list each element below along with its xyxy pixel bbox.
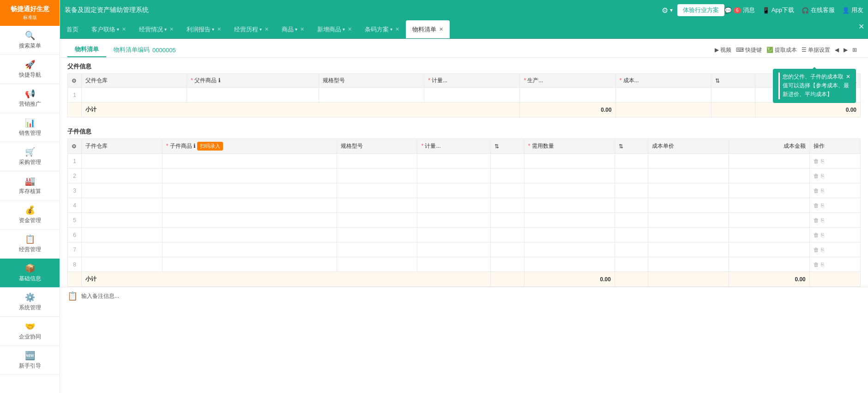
delete-icon-5[interactable]: 🗑 (814, 217, 819, 224)
child-cell-quantity-7[interactable] (524, 242, 615, 257)
sidebar-item-sales[interactable]: 📊销售管理 (0, 113, 60, 142)
child-cell-unit-6[interactable] (417, 228, 491, 242)
delete-icon-6[interactable]: 🗑 (814, 232, 819, 238)
child-cell-spec-4[interactable] (337, 198, 417, 213)
child-th-sort2[interactable]: ⇅ (615, 139, 648, 154)
child-cell-quantity-4[interactable] (524, 198, 615, 213)
child-cell-unit-5[interactable] (417, 213, 491, 228)
child-cell-spec-5[interactable] (337, 213, 417, 228)
nav-tab-close-operation[interactable]: ✕ (169, 26, 174, 32)
child-cell-spec-6[interactable] (337, 228, 417, 242)
delete-icon-1[interactable]: 🗑 (814, 158, 819, 164)
child-cell-goods-5[interactable] (162, 213, 337, 228)
parent-cell-goods-1[interactable] (187, 88, 319, 103)
sidebar-item-marketing[interactable]: 📢营销推广 (0, 84, 60, 113)
shortcut-item[interactable]: ⌨ 快捷键 (736, 46, 762, 54)
child-cell-warehouse-4[interactable] (82, 198, 163, 213)
nav-tab-close-new-goods[interactable]: ✕ (348, 26, 352, 32)
child-cell-unit-cost-5[interactable] (648, 213, 729, 228)
child-cell-spec-3[interactable] (337, 183, 417, 198)
child-th-settings[interactable]: ⚙ (68, 139, 82, 154)
user-item[interactable]: 👤 用友 (842, 6, 863, 14)
parent-th-settings[interactable]: ⚙ (68, 74, 82, 88)
subtab-bom-list[interactable]: 物料清单 (67, 42, 106, 57)
child-cell-action-4[interactable]: 🗑 ⎘ (809, 198, 860, 213)
child-cell-unit-cost-2[interactable] (648, 169, 729, 183)
extract-cost-item[interactable]: 💹 提取成本 (766, 46, 797, 54)
sidebar-item-purchase[interactable]: 🛒采购管理 (0, 142, 60, 171)
child-cell-action-5[interactable]: 🗑 ⎘ (809, 213, 860, 228)
copy-icon-6[interactable]: ⎘ (821, 232, 824, 238)
child-cell-warehouse-2[interactable] (82, 169, 163, 183)
parent-cell-production-1[interactable] (520, 88, 615, 103)
child-cell-goods-7[interactable] (162, 242, 337, 257)
child-cell-quantity-2[interactable] (524, 169, 615, 183)
online-service-item[interactable]: 🎧 在线客服 (802, 6, 835, 14)
child-cell-unit-7[interactable] (417, 242, 491, 257)
delete-icon-3[interactable]: 🗑 (814, 187, 819, 194)
nav-tab-close-customer[interactable]: ✕ (122, 26, 126, 32)
delete-icon-2[interactable]: 🗑 (814, 173, 819, 179)
child-cell-warehouse-5[interactable] (82, 213, 163, 228)
nav-tab-home[interactable]: 首页 (60, 20, 85, 39)
child-cell-unit-cost-8[interactable] (648, 257, 729, 272)
copy-icon-3[interactable]: ⎘ (821, 187, 824, 194)
nav-tab-customer[interactable]: 客户联络▾✕ (85, 20, 133, 39)
nav-tab-new-goods[interactable]: 新增商品▾✕ (311, 20, 358, 39)
sidebar-item-quick-nav[interactable]: 🚀快捷导航 (0, 55, 60, 84)
nav-tab-close-bom[interactable]: ✕ (439, 26, 443, 32)
parent-cell-cost-1[interactable] (615, 88, 711, 103)
child-cell-unit-3[interactable] (417, 183, 491, 198)
copy-icon-8[interactable]: ⎘ (821, 261, 824, 268)
child-cell-warehouse-3[interactable] (82, 183, 163, 198)
nav-tab-operation[interactable]: 经营情况▾✕ (133, 20, 180, 39)
parent-cell-warehouse-1[interactable] (82, 88, 187, 103)
child-cell-unit-cost-7[interactable] (648, 242, 729, 257)
scan-button[interactable]: 扫码录入 (197, 142, 223, 151)
child-cell-unit-cost-6[interactable] (648, 228, 729, 242)
nav-tab-history[interactable]: 经营历程▾✕ (228, 20, 275, 39)
child-th-sort[interactable]: ⇅ (491, 139, 524, 154)
child-cell-warehouse-7[interactable] (82, 242, 163, 257)
nav-tab-close-goods[interactable]: ✕ (300, 26, 304, 32)
child-cell-unit-4[interactable] (417, 198, 491, 213)
delete-icon-8[interactable]: 🗑 (814, 261, 819, 268)
child-cell-action-1[interactable]: 🗑 ⎘ (809, 154, 860, 169)
copy-icon-2[interactable]: ⎘ (821, 173, 824, 179)
gear-button[interactable]: ⚙ (662, 6, 668, 15)
child-cell-action-2[interactable]: 🗑 ⎘ (809, 169, 860, 183)
nav-tab-close-barcode[interactable]: ✕ (395, 26, 399, 32)
child-cell-spec-8[interactable] (337, 257, 417, 272)
child-cell-action-7[interactable]: 🗑 ⎘ (809, 242, 860, 257)
parent-th-sortasc[interactable]: ⇅ (711, 74, 755, 88)
child-cell-unit-cost-3[interactable] (648, 183, 729, 198)
child-cell-quantity-5[interactable] (524, 213, 615, 228)
delete-icon-7[interactable]: 🗑 (814, 247, 819, 253)
child-cell-unit-cost-4[interactable] (648, 198, 729, 213)
child-cell-action-6[interactable]: 🗑 ⎘ (809, 228, 860, 242)
nav-tab-close-profit[interactable]: ✕ (217, 26, 221, 32)
sidebar-item-guide[interactable]: 🆕新手引导 (0, 346, 60, 375)
child-cell-goods-3[interactable] (162, 183, 337, 198)
message-item[interactable]: 💬 6 消息 (724, 6, 755, 14)
close-nav-button[interactable]: ✕ (855, 20, 868, 33)
child-cell-spec-1[interactable] (337, 154, 417, 169)
child-cell-quantity-3[interactable] (524, 183, 615, 198)
child-cell-unit-8[interactable] (417, 257, 491, 272)
sidebar-item-system[interactable]: ⚙️系统管理 (0, 288, 60, 317)
copy-icon-4[interactable]: ⎘ (821, 202, 824, 209)
child-cell-quantity-6[interactable] (524, 228, 615, 242)
copy-icon-5[interactable]: ⎘ (821, 217, 824, 224)
nav-tab-barcode[interactable]: 条码方案▾✕ (358, 20, 406, 39)
experience-button[interactable]: 体验行业方案 (677, 4, 724, 16)
nav-tab-close-history[interactable]: ✕ (265, 26, 269, 32)
nav-tab-goods[interactable]: 商品▾✕ (275, 20, 311, 39)
parent-cell-unit-1[interactable] (424, 88, 520, 103)
sidebar-item-business[interactable]: 📋经营管理 (0, 230, 60, 259)
child-cell-spec-2[interactable] (337, 169, 417, 183)
child-cell-quantity-1[interactable] (524, 154, 615, 169)
nav-prev[interactable]: ◀ (835, 47, 839, 53)
video-item[interactable]: ▶ 视频 (715, 46, 731, 54)
child-cell-goods-6[interactable] (162, 228, 337, 242)
sidebar-item-enterprise[interactable]: 🤝企业协同 (0, 317, 60, 346)
